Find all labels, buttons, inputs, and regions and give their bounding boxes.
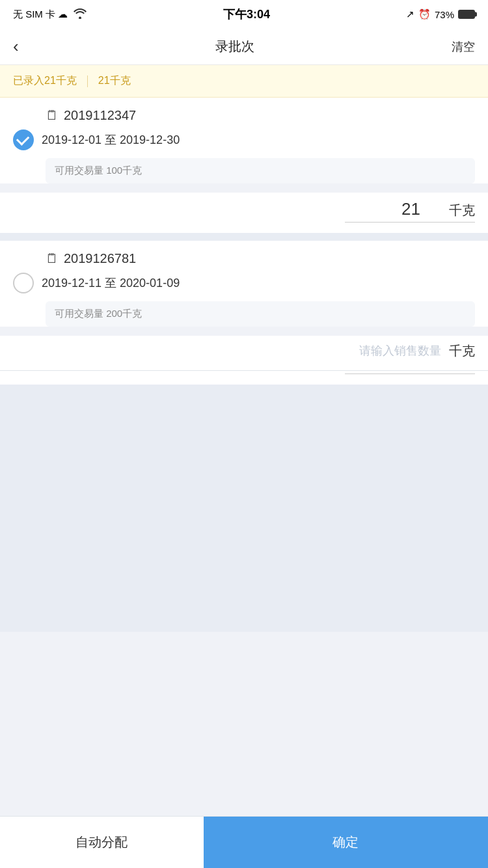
batch-2-header: 🗒 2019126781 [13, 251, 475, 266]
batch-2-date: 2019-12-11 至 2020-01-09 [42, 275, 180, 291]
batch-2-underline-wrapper [0, 371, 488, 385]
battery-percent: 73% [435, 9, 454, 20]
batch-2-available-qty: 可用交易量 200千克 [55, 308, 142, 319]
batch-1-id: 2019112347 [64, 108, 136, 123]
auto-distribute-button[interactable]: 自动分配 [0, 817, 204, 868]
sim-label: 无 SIM 卡 ☁ [13, 8, 68, 21]
batch-1-available-box: 可用交易量 100千克 [46, 158, 475, 183]
batch-2-qty-input-row: 千克 [0, 336, 488, 371]
batch-1-underline-wrapper [0, 219, 488, 233]
wifi-icon [73, 8, 87, 21]
batch-1-radio[interactable] [13, 129, 34, 150]
batch-1-qty-section: 21 千克 [0, 193, 488, 233]
batch-2-radio[interactable] [13, 273, 34, 293]
batch-2-available-box: 可用交易量 200千克 [46, 301, 475, 327]
batch-1-doc-icon: 🗒 [46, 108, 59, 123]
batch-1-underline [345, 222, 475, 223]
status-left: 无 SIM 卡 ☁ [13, 8, 87, 21]
batch-2-id: 2019126781 [64, 251, 136, 266]
batch-item-2: 🗒 2019126781 2019-12-11 至 2020-01-09 可用交… [0, 241, 488, 327]
status-time: 下午3:04 [223, 7, 270, 22]
location-icon: ↗ [406, 8, 414, 20]
status-right: ↗ ⏰ 73% [406, 8, 475, 20]
summary-banner: 已录入21千克 21千克 [0, 65, 488, 98]
batch-2-date-row[interactable]: 2019-12-11 至 2020-01-09 [13, 273, 475, 293]
batch-2-qty-unit: 千克 [449, 342, 475, 360]
batch-1-header: 🗒 2019112347 [13, 108, 475, 123]
summary-divider [87, 75, 88, 87]
nav-bar: ‹ 录批次 清空 [0, 29, 488, 65]
clear-button[interactable]: 清空 [452, 39, 475, 55]
battery-icon [458, 10, 475, 19]
bottom-buttons: 自动分配 确定 [0, 816, 488, 868]
empty-area [0, 385, 488, 632]
status-bar: 无 SIM 卡 ☁ 下午3:04 ↗ ⏰ 73% [0, 0, 488, 29]
batch-2-doc-icon: 🗒 [46, 251, 59, 266]
confirm-button[interactable]: 确定 [204, 817, 489, 868]
batch-2-underline [345, 373, 475, 374]
recorded-qty: 已录入21千克 [13, 74, 77, 88]
batch-item-1: 🗒 2019112347 2019-12-01 至 2019-12-30 可用交… [0, 98, 488, 183]
total-qty: 21千克 [98, 74, 131, 88]
section-divider-1 [0, 233, 488, 241]
batch-2-qty-section: 千克 [0, 336, 488, 385]
batch-1-available-qty: 可用交易量 100千克 [55, 165, 142, 176]
back-button[interactable]: ‹ [13, 36, 19, 57]
batch-1-qty-unit: 千克 [449, 202, 475, 219]
page-title: 录批次 [215, 38, 254, 55]
batch-2-qty-input[interactable] [272, 344, 441, 358]
alarm-icon: ⏰ [418, 8, 431, 20]
batch-1-date-row[interactable]: 2019-12-01 至 2019-12-30 [13, 129, 475, 150]
batch-1-qty-display: 21 千克 [0, 193, 488, 219]
batch-1-qty-value: 21 [401, 199, 420, 219]
batch-1-date: 2019-12-01 至 2019-12-30 [42, 132, 180, 148]
